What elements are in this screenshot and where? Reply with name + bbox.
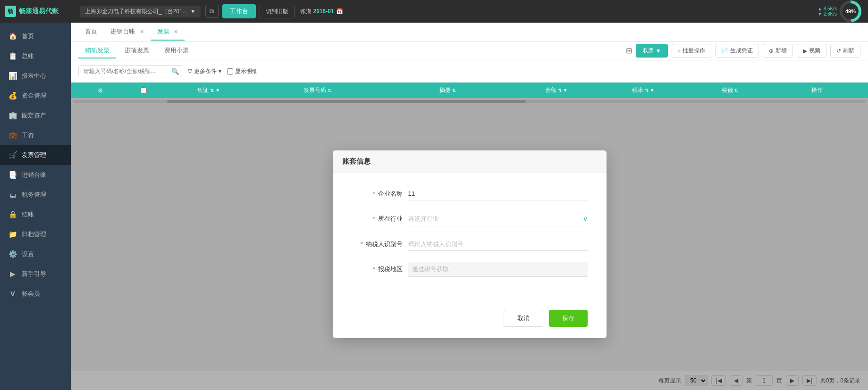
filter-bar: 🔍 ▽ 更多条件 ▾ 显示明细 [71,60,868,83]
sidebar-item-guide[interactable]: ▶ 新手引导 [0,264,71,284]
industry-select[interactable]: 请选择行业 ∨ [408,212,588,226]
th-checkbox [122,87,165,93]
voucher-icon: 📄 [721,48,728,54]
generate-voucher-button[interactable]: 📄 生成凭证 [715,44,759,58]
sub-tab-bar: 销项发票 进项发票 费用小票 ⊞ 取票 ▼ ≡ 批量操作 [71,41,868,60]
member-icon: V [8,290,17,298]
select-all-checkbox[interactable] [141,87,147,93]
industry-label: * 所在行业 [352,215,408,223]
required-star: * [373,190,375,197]
percent-ring: 49% [840,0,861,22]
tab-invoice[interactable]: 发票 ✕ [151,24,185,41]
add-button[interactable]: ⊕ 新增 [763,44,793,58]
top-header: 畅 畅康通易代账 上海卯金刀电子科技有限公司_（台201... ▼ ⧉ 工作台 … [0,0,868,23]
sidebar: 🏠 首页 📋 总账 📊 报表中心 💰 资金管理 🏢 固定资产 💼 工资 🛒 发票… [0,23,71,390]
closing-icon: 🔒 [8,210,17,219]
tax-region-label: * 报税地区 [352,265,408,274]
search-wrap: 🔍 [78,65,182,77]
amount-filter-icon[interactable]: ▼ [563,88,568,93]
sidebar-item-settings[interactable]: ⚙️ 设置 [0,244,71,264]
assets-icon: 🏢 [8,111,17,120]
sidebar-item-purchase[interactable]: 📑 进销台账 [0,165,71,185]
more-conditions-button[interactable]: ▽ 更多条件 ▾ [188,67,221,75]
sidebar-item-assets[interactable]: 🏢 固定资产 [0,106,71,125]
video-button[interactable]: ▶ 视频 [797,44,826,58]
th-voucher: 凭证 ⇅ ▼ [165,86,252,94]
company-name-label: * 企业名称 [352,190,408,198]
voucher-sort-icon[interactable]: ⇅ [210,88,214,93]
th-summary: 摘要 ⇅ [382,86,513,94]
copy-icon[interactable]: ⧉ [205,5,219,18]
search-input[interactable] [78,65,182,77]
account-period: 账期 2016-01 📅 [300,8,343,16]
refresh-icon: ↺ [836,48,841,54]
th-tax-rate: 税率 ⇅ ▼ [600,86,687,94]
main-content: 账套信息 * 企业名称 * 所在行 [71,98,868,390]
show-details-checkbox[interactable]: 显示明细 [227,67,258,75]
batch-ops-button[interactable]: ≡ 批量操作 [672,44,711,58]
dropdown-icon: ▼ [190,8,196,15]
amount-sort-icon[interactable]: ⇅ [558,88,562,93]
tab-close-invoice[interactable]: ✕ [174,29,178,34]
refresh-button[interactable]: ↺ 刷新 [830,44,860,58]
sidebar-item-archive[interactable]: 📁 归档管理 [0,224,71,244]
search-button[interactable]: 🔍 [171,68,179,75]
sidebar-item-invoice[interactable]: 🛒 发票管理 [0,145,71,165]
capital-icon: 💰 [8,91,17,100]
tab-purchase[interactable]: 进销台账 ✕ [104,24,151,41]
sidebar-item-member[interactable]: V 畅会员 [0,284,71,304]
tax-sort-icon[interactable]: ⇅ [734,88,738,93]
tab-close-purchase[interactable]: ✕ [140,29,144,34]
industry-dropdown-icon: ∨ [583,215,588,223]
th-tax: 税额 ⇅ [687,86,774,94]
company-name-input[interactable] [408,187,588,200]
sidebar-item-label: 畅会员 [22,290,40,298]
calendar-icon[interactable]: 📅 [336,8,343,15]
dialog-footer: 取消 保存 [333,302,607,338]
sidebar-item-report[interactable]: 📊 报表中心 [0,66,71,86]
sidebar-item-home[interactable]: 🏠 首页 [0,26,71,46]
account-info-dialog: 账套信息 * 企业名称 * 所在行 [333,150,607,338]
tax-rate-sort-icon[interactable]: ⇅ [645,88,649,93]
filter-icon: ▽ [188,68,192,75]
show-details-input[interactable] [227,68,233,75]
column-settings-icon[interactable]: ⚙ [98,87,103,94]
sidebar-item-label: 固定资产 [22,111,46,120]
required-star: * [361,241,363,248]
form-row-company: * 企业名称 [352,187,588,200]
form-row-tax-id: * 纳税人识别号 [352,238,588,251]
invoice-sort-icon[interactable]: ⇅ [328,88,331,93]
sidebar-item-closing[interactable]: 🔒 结账 [0,205,71,224]
summary-sort-icon[interactable]: ⇅ [452,88,456,93]
sub-tab-purchase[interactable]: 进项发票 [118,43,156,58]
required-star: * [373,215,375,222]
th-amount: 金额 ⇅ ▼ [513,86,600,94]
fetch-ticket-button[interactable]: 取票 ▼ [636,44,668,58]
content-area: 首页 进销台账 ✕ 发票 ✕ 销项发票 进项发票 费用小票 [71,23,868,390]
sidebar-item-label: 进销台账 [22,171,46,179]
sidebar-item-tax[interactable]: 🗂 税务管理 [0,185,71,205]
save-button[interactable]: 保存 [549,310,588,327]
tax-rate-filter-icon[interactable]: ▼ [650,88,655,93]
main-layout: 🏠 首页 📋 总账 📊 报表中心 💰 资金管理 🏢 固定资产 💼 工资 🛒 发票… [0,23,868,390]
tax-id-input[interactable] [408,238,588,251]
voucher-filter-icon[interactable]: ▼ [215,88,220,93]
sidebar-item-ledger[interactable]: 📋 总账 [0,46,71,66]
sub-tab-sales[interactable]: 销项发票 [78,43,116,58]
logo-icon: 畅 [5,6,16,17]
sidebar-item-label: 工资 [22,131,34,140]
guide-icon: ▶ [8,270,17,278]
grid-view-icon[interactable]: ⊞ [626,46,632,55]
tab-home[interactable]: 首页 [78,24,104,41]
cancel-button[interactable]: 取消 [504,310,543,327]
sidebar-item-payroll[interactable]: 💼 工资 [0,125,71,145]
sidebar-item-label: 资金管理 [22,91,46,100]
workbench-button[interactable]: 工作台 [222,4,256,18]
company-selector[interactable]: 上海卯金刀电子科技有限公司_（台201... ▼ [80,6,201,17]
th-action: 操作 [774,86,860,94]
old-version-button[interactable]: 切到旧版 [260,5,295,18]
sidebar-item-capital[interactable]: 💰 资金管理 [0,86,71,106]
home-icon: 🏠 [8,32,17,41]
company-name: 上海卯金刀电子科技有限公司_（台201... [85,8,187,16]
sub-tab-expense[interactable]: 费用小票 [158,43,195,58]
